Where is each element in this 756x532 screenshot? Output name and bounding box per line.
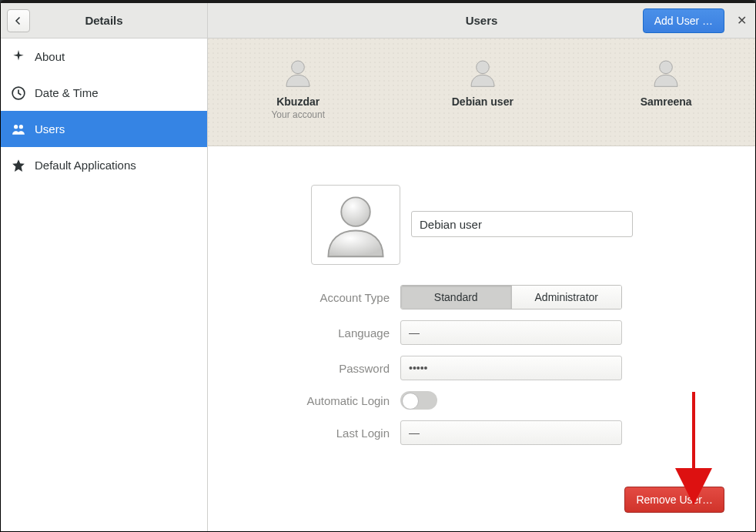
sidebar-item-label: About — [35, 50, 65, 63]
users-icon — [12, 122, 25, 136]
sparkle-icon — [12, 50, 25, 64]
svg-point-4 — [476, 61, 489, 74]
lastlogin-button[interactable]: — — [400, 420, 622, 445]
language-button[interactable]: — — [400, 320, 622, 345]
language-label: Language — [239, 326, 400, 340]
remove-user-button[interactable]: Remove User… — [624, 487, 724, 513]
add-user-button[interactable]: Add User … — [643, 8, 724, 33]
sidebar-item-users[interactable]: Users — [1, 111, 207, 147]
account-type-segmented: Standard Administrator — [400, 285, 622, 309]
svg-point-3 — [292, 61, 305, 74]
svg-point-1 — [14, 125, 18, 129]
svg-point-2 — [19, 125, 23, 129]
autologin-label: Automatic Login — [239, 394, 400, 407]
user-name-input[interactable] — [411, 211, 633, 237]
sidebar-item-default-apps[interactable]: Default Applications — [1, 147, 207, 183]
clock-icon — [12, 86, 25, 100]
password-label: Password — [239, 362, 400, 375]
account-type-label: Account Type — [239, 291, 400, 304]
user-card-debian[interactable]: Debian user — [452, 57, 513, 109]
close-icon: ✕ — [737, 13, 747, 28]
password-button[interactable]: ••••• — [400, 356, 622, 380]
avatar-icon — [651, 57, 681, 88]
user-strip: Kbuzdar Your account Debian user Samreen… — [208, 38, 755, 146]
user-card-kbuzdar[interactable]: Kbuzdar Your account — [271, 57, 325, 120]
user-details: Account Type Standard Administrator Lang… — [208, 146, 755, 531]
avatar-icon — [321, 190, 390, 259]
account-type-admin[interactable]: Administrator — [511, 286, 622, 309]
account-type-standard[interactable]: Standard — [401, 286, 511, 309]
sidebar: Details About Date & Time Users Default … — [1, 3, 207, 531]
sidebar-item-datetime[interactable]: Date & Time — [1, 75, 207, 111]
close-button[interactable]: ✕ — [734, 13, 749, 28]
sidebar-item-label: Default Applications — [35, 159, 136, 172]
chevron-left-icon — [14, 16, 23, 25]
star-icon — [12, 159, 25, 172]
avatar-icon — [467, 57, 498, 88]
user-name: Samreena — [641, 95, 692, 108]
main-panel: Users Add User … ✕ Kbuzdar Your account — [207, 3, 755, 531]
autologin-toggle[interactable] — [400, 391, 437, 410]
language-value: — — [409, 326, 420, 339]
user-name: Kbuzdar — [271, 95, 325, 108]
sidebar-item-label: Users — [35, 122, 65, 136]
sidebar-list: About Date & Time Users Default Applicat… — [1, 38, 207, 531]
main-header: Users Add User … ✕ — [208, 3, 755, 38]
sidebar-header: Details — [1, 3, 207, 38]
user-name: Debian user — [452, 95, 513, 108]
sidebar-item-about[interactable]: About — [1, 38, 207, 75]
password-value: ••••• — [409, 362, 428, 374]
avatar-icon — [283, 57, 313, 88]
svg-point-5 — [660, 61, 673, 74]
lastlogin-label: Last Login — [239, 427, 400, 440]
sidebar-item-label: Date & Time — [35, 86, 99, 99]
svg-point-6 — [341, 197, 370, 226]
back-button[interactable] — [7, 9, 30, 32]
avatar-picker[interactable] — [311, 185, 400, 265]
user-card-samreena[interactable]: Samreena — [641, 57, 692, 109]
lastlogin-value: — — [409, 427, 420, 439]
user-sub: Your account — [271, 109, 325, 120]
sidebar-title: Details — [1, 14, 207, 27]
